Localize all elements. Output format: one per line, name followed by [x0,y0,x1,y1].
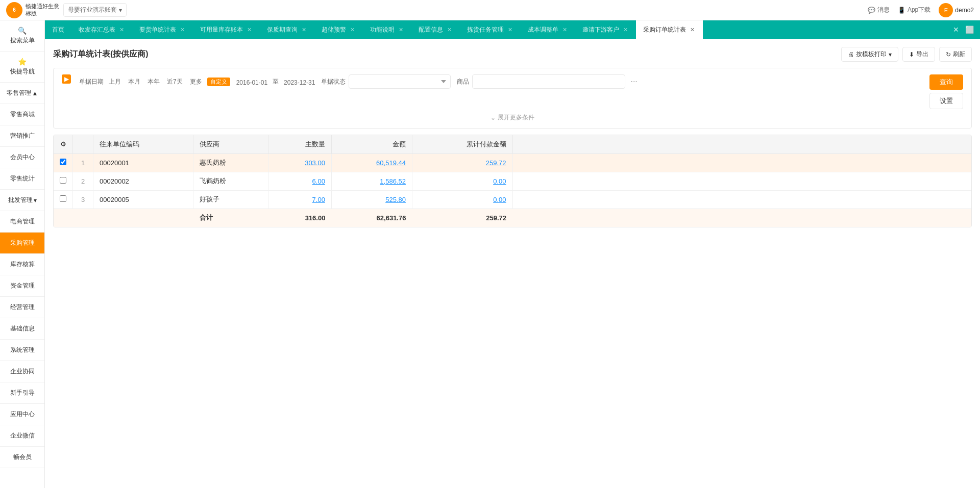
row-checkbox-cell[interactable] [54,190,73,209]
row-seq: 1 [73,153,93,172]
chevron-down-icon: ▾ [34,197,37,204]
row-quantity[interactable]: 7.00 [268,190,332,209]
row-checkbox[interactable] [60,177,66,184]
status-select[interactable] [349,74,451,89]
expand-more-btn[interactable]: ⌄ 展开更多条件 [62,109,963,122]
footer-quantity: 316.00 [268,209,332,227]
sidebar-item-inventory[interactable]: 库存核算 [0,254,44,275]
close-icon[interactable]: ✕ [301,26,307,34]
message-action[interactable]: 💬 消息 [868,6,890,14]
close-icon[interactable]: ✕ [118,26,125,34]
goods-input[interactable] [472,74,625,89]
search-icon: 🔍 [18,27,27,35]
tab-purchase-order-stats[interactable]: 采购订单统计表 ✕ [636,20,703,39]
message-label: 消息 [877,6,890,14]
tab-receive-send[interactable]: 收发存汇总表 ✕ [71,20,132,39]
app-download-label: App下载 [908,6,930,14]
sidebar-item-basic-info[interactable]: 基础信息 [0,318,44,340]
collapse-filter-button[interactable]: ▶ [62,74,71,84]
sidebar-item-marketing[interactable]: 营销推广 [0,125,44,147]
close-icon[interactable]: ✕ [561,26,568,34]
tab-function-desc[interactable]: 功能说明 ✕ [363,20,411,39]
tab-warranty-query[interactable]: 保质期查询 ✕ [260,20,314,39]
custom-date-tag[interactable]: 自定义 [207,78,230,86]
row-seq: 3 [73,190,93,209]
table-header-row: ⚙ 往来单位编码 供应商 主数量 金额 累计付款金额 [54,135,971,153]
sidebar-item-retail-mgmt[interactable]: 零售管理 ▲ [0,83,44,104]
sidebar-item-newbie[interactable]: 新手引导 [0,382,44,404]
close-icon[interactable]: ✕ [507,26,513,34]
row-amount[interactable]: 525.80 [331,190,412,209]
close-icon[interactable]: ✕ [689,26,696,34]
sidebar-item-member-center[interactable]: 会员中心 [0,147,44,168]
app-download-action[interactable]: 📱 App下载 [898,6,930,14]
logo-text: 畅捷通好生意 标版 [26,3,59,16]
ellipsis-icon[interactable]: ··· [628,77,639,86]
tab-available-inventory[interactable]: 可用量库存账本 ✕ [193,20,260,39]
row-quantity[interactable]: 6.00 [268,172,332,190]
sidebar-item-enterprise-wx[interactable]: 企业微信 [0,425,44,447]
sidebar: 🔍 搜索菜单 ⭐ 快捷导航 零售管理 ▲ 零售商城 营销推广 会员中心 零售统计… [0,20,45,488]
sidebar-item-enterprise[interactable]: 企业协同 [0,361,44,382]
sidebar-item-retail-shop[interactable]: 零售商城 [0,104,44,125]
close-window-icon[interactable]: ✕ [951,23,961,36]
filter-main-row: ▶ 单据日期 上月 本月 本年 近7天 更多 [62,74,963,109]
close-icon[interactable]: ✕ [179,26,186,34]
settings-button[interactable]: 设置 [929,93,963,109]
user-area[interactable]: E demo2 [939,3,974,17]
paid-amount-column-header: 累计付款金额 [412,135,512,153]
refresh-button[interactable]: ↻ 刷新 [939,47,972,62]
prev-month-btn[interactable]: 上月 [107,76,123,87]
row-checkbox[interactable] [60,195,66,202]
more-date-btn[interactable]: 更多 [188,76,204,87]
settings-icon[interactable]: ⚙ [60,140,66,148]
row-checkbox-cell[interactable] [54,172,73,190]
last7-btn[interactable]: 近7天 [165,76,185,87]
close-icon[interactable]: ✕ [622,26,629,34]
date-from[interactable]: 2016-01-01 [236,79,267,86]
close-icon[interactable]: ✕ [246,26,253,34]
sidebar-item-club[interactable]: 畅会员 [0,447,44,468]
close-icon[interactable]: ✕ [398,26,404,34]
sidebar-item-ecommerce[interactable]: 电商管理 [0,211,44,233]
sidebar-item-search[interactable]: 🔍 搜索菜单 [0,20,44,52]
nav-tabs: 首页 收发存汇总表 ✕ 要货单统计表 ✕ 可用量库存账本 ✕ 保质期查询 ✕ 超… [45,20,980,39]
row-paid-amount[interactable]: 0.00 [412,190,512,209]
row-checkbox[interactable] [60,159,66,165]
tab-order-stats[interactable]: 要货单统计表 ✕ [132,20,193,39]
query-button[interactable]: 查询 [929,74,963,90]
row-supplier-code: 00020001 [93,153,193,172]
row-amount[interactable]: 60,519.44 [331,153,412,172]
this-year-btn[interactable]: 本年 [145,76,162,87]
workspace-selector[interactable]: 母婴行业演示账套 ▾ [63,3,127,17]
tab-home[interactable]: 首页 [45,20,71,39]
export-button[interactable]: ⬇ 导出 [902,47,935,62]
tab-cost-adjust[interactable]: 成本调整单 ✕ [521,20,575,39]
row-quantity[interactable]: 303.00 [268,153,332,172]
sidebar-item-operations[interactable]: 经营管理 [0,297,44,318]
tab-invite-downstream[interactable]: 邀请下游客户 ✕ [575,20,636,39]
tab-overstock-warning[interactable]: 超储预警 ✕ [314,20,363,39]
row-paid-amount[interactable]: 259.72 [412,153,512,172]
sidebar-item-app-center[interactable]: 应用中心 [0,404,44,425]
close-icon[interactable]: ✕ [446,26,453,34]
sidebar-item-finance[interactable]: 资金管理 [0,275,44,297]
tab-config-info[interactable]: 配置信息 ✕ [411,20,460,39]
row-checkbox-cell[interactable] [54,153,73,172]
seq-column-header [73,135,93,153]
tab-pick-task[interactable]: 拣货任务管理 ✕ [460,20,521,39]
this-month-btn[interactable]: 本月 [126,76,142,87]
sidebar-item-retail-stats[interactable]: 零售统计 [0,168,44,190]
close-icon[interactable]: ✕ [349,26,356,34]
date-to[interactable]: 2023-12-31 [284,79,315,86]
sidebar-item-quick-nav[interactable]: ⭐ 快捷导航 [0,52,44,83]
settings-column-header[interactable]: ⚙ [54,135,73,153]
row-amount[interactable]: 1,586.52 [331,172,412,190]
sidebar-item-wholesale-mgmt[interactable]: 批发管理 ▾ [0,190,44,211]
print-button[interactable]: 🖨 按模板打印 ▾ [841,47,898,62]
row-paid-amount[interactable]: 0.00 [412,172,512,190]
avatar: E [939,3,953,17]
sidebar-item-purchase-mgmt[interactable]: 采购管理 [0,233,44,254]
sidebar-item-sys-mgmt[interactable]: 系统管理 [0,340,44,361]
maximize-icon[interactable]: ⬜ [963,23,976,36]
